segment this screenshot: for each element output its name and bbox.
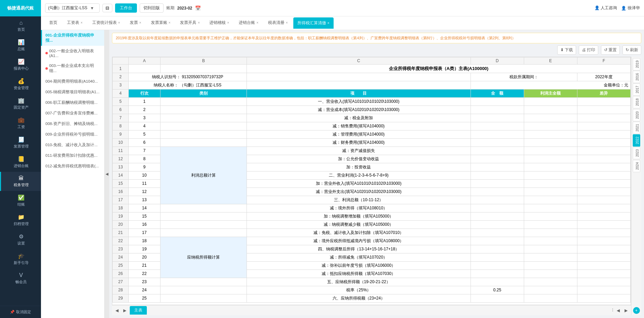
copy-icon: ⊟ <box>106 5 109 11</box>
year-2017[interactable]: 2017 <box>633 83 640 96</box>
sales-ledger-icon: 📒 <box>18 156 25 162</box>
year-2020[interactable]: 2020 <box>633 109 640 121</box>
left-panel-item-002[interactable]: 002-一般企业收入明细表(A1... <box>41 46 104 60</box>
left-panel-item-007[interactable]: 007-广告费和业务宣传费摊... <box>41 108 104 119</box>
print-button[interactable]: 🖨 打印 <box>579 45 598 55</box>
user-avatar-icon: 👤 <box>621 6 626 11</box>
refresh-button[interactable]: ↻ 刷新 <box>622 45 641 55</box>
tab-salary-stats[interactable]: 工资统计报表 × <box>88 17 124 29</box>
spreadsheet-wrapper: A B C D E F <box>112 57 631 305</box>
year-2021[interactable]: 2021 <box>633 122 640 134</box>
sidebar-item-ledger[interactable]: 📊 总账 <box>0 36 41 55</box>
workbench-button[interactable]: 工作台 <box>115 3 137 13</box>
year-sidebar: 2019 2016 2017 2018 2020 2021 2022 2023 … <box>631 57 641 316</box>
collapse-handle[interactable]: ◀ <box>104 30 109 318</box>
sidebar-item-guide[interactable]: 🎓 新手引导 <box>0 249 41 269</box>
col-c: C <box>247 57 471 64</box>
year-2024[interactable]: 2024 <box>633 160 640 172</box>
left-panel-item-010[interactable]: 010-免税、减计收入及加计... <box>41 140 104 150</box>
scroll-left[interactable]: ◀ <box>615 307 621 314</box>
ai-consult-button[interactable]: 👤 人工咨询 <box>594 5 617 11</box>
tab-tax-list[interactable]: 税表清册 × <box>264 17 292 29</box>
tab-sales-check-close[interactable]: × <box>227 21 229 25</box>
tab-salary-table[interactable]: 工资表 × <box>63 17 87 29</box>
tab-salary-stats-close[interactable]: × <box>118 21 120 25</box>
page-body: 001-企业所得税年度纳税申报... 002-一般企业收入明细表(A1... 0… <box>41 30 644 318</box>
sidebar-item-assets[interactable]: 🏢 固定资产 <box>0 94 41 113</box>
tab-sales-ledger[interactable]: 进销台账 × <box>235 17 263 29</box>
year-2018[interactable]: 2018 <box>633 96 640 108</box>
tab-invoice-calc[interactable]: 发票算账 × <box>147 17 175 29</box>
year-2019[interactable]: 2019 <box>633 58 640 70</box>
year-2016[interactable]: 2016 <box>633 71 640 83</box>
left-panel-item-003[interactable]: 003-一般企业成本支出明细... <box>41 60 104 76</box>
tab-sales-check[interactable]: 进销稽核 × <box>205 17 233 29</box>
table-row-title: 1 企业所得税年度纳税申报表（A类）主表(A100000) <box>113 64 631 73</box>
year-sidebar-action[interactable]: + <box>633 307 640 314</box>
row-num-4: 4 <box>113 89 129 97</box>
sheet-tab-main[interactable]: 主表 <box>130 306 147 315</box>
sheet-nav-next[interactable]: ▶ <box>122 307 128 314</box>
sidebar-item-funds[interactable]: 💰 资金管理 <box>0 74 41 94</box>
tab-tax-list-close[interactable]: × <box>286 21 288 25</box>
left-panel-item-012[interactable]: 012-减免所得税优惠明细表(... <box>41 161 104 171</box>
close-accounts-icon: ✅ <box>18 194 25 201</box>
year-2023[interactable]: 2023 <box>633 147 640 159</box>
left-panel-item-006[interactable]: 006-职工薪酬纳税调整明细... <box>41 97 104 108</box>
company-selector[interactable]: (勾删）江西服宝-LSS ▼ <box>45 3 100 13</box>
tab-invoice-issue-close[interactable]: × <box>198 21 200 25</box>
cutover-button[interactable]: 切到旧版 <box>140 3 164 13</box>
tax-icon: 🏛 <box>18 175 24 181</box>
table-row-company: 3 纳税人名称： （勾删）江西服宝-LSS 金额单位：元 <box>113 81 631 89</box>
download-button[interactable]: ⬇ 下载 <box>557 45 576 55</box>
copy-button[interactable]: ⊟ <box>102 4 112 12</box>
left-panel-item-001[interactable]: 001-企业所得税年度纳税申报... <box>41 30 104 46</box>
sidebar-item-sales-ledger[interactable]: 📒 进销台账 <box>0 152 41 172</box>
sidebar-item-home[interactable]: ⌂ 首页 <box>0 16 41 36</box>
tab-invoice-calc-close[interactable]: × <box>169 21 171 25</box>
sidebar-item-vip[interactable]: V 畅会员 <box>0 269 41 288</box>
warning-text: 2019年度涉及取以前年度延续数据的申报表单元格需要手工维护正确，才能保证本年及… <box>116 36 516 40</box>
table-row: 29 25 六、应纳所得税额（23×24） <box>113 294 631 302</box>
sidebar-item-tax[interactable]: 🏛 税务管理 <box>0 172 41 191</box>
sidebar-item-archive[interactable]: 📁 归档管理 <box>0 210 41 230</box>
tab-invoice[interactable]: 发票 × <box>126 17 145 29</box>
left-panel-item-009[interactable]: 009-企业所得税补亏损明细... <box>41 129 104 140</box>
sidebar-item-invoice[interactable]: 🧾 发票管理 <box>0 133 41 152</box>
unpin-button[interactable]: 📌 取消固定 <box>0 306 41 318</box>
sidebar-item-close-accounts[interactable]: ✅ 结账 <box>0 191 41 210</box>
period-value: 2023-02 <box>177 6 192 11</box>
tab-home[interactable]: 首页 <box>45 17 61 29</box>
col-f: F <box>577 57 630 64</box>
tab-income-tax-close[interactable]: × <box>327 21 330 25</box>
tab-invoice-issue[interactable]: 发票开具 × <box>176 17 204 29</box>
error-dot-003 <box>45 67 48 70</box>
tab-sales-ledger-close[interactable]: × <box>256 21 258 25</box>
col-a: A <box>128 57 160 64</box>
scroll-right[interactable]: ▶ <box>623 307 629 314</box>
calendar-icon[interactable]: 📅 <box>195 5 201 11</box>
left-panel-item-004[interactable]: 004-期间费用明细表(A1040... <box>41 76 104 87</box>
sidebar-item-salary[interactable]: 💼 工资 <box>0 113 41 133</box>
table-row: 7 3 减：税金及附加 <box>113 114 631 122</box>
category-profit-calc: 利润总额计算 <box>160 147 247 204</box>
guide-icon: 🎓 <box>18 253 25 259</box>
tab-invoice-close[interactable]: × <box>139 21 141 25</box>
table-row: 21 17 减：免税、减计收入及加计扣除（填写A107010） <box>113 229 631 237</box>
table-row: 28 24 税率（25%） 0.25 <box>113 286 631 294</box>
username: 徐泽华 <box>628 5 640 11</box>
reset-button[interactable]: ↺ 重置 <box>601 45 620 55</box>
print-icon: 🖨 <box>582 47 586 52</box>
sidebar-item-settings[interactable]: ⚙ 设置 <box>0 230 41 249</box>
tab-salary-table-close[interactable]: × <box>81 21 83 25</box>
sheet-nav-prev[interactable]: ◀ <box>114 307 120 314</box>
left-panel-item-011[interactable]: 011-研发费用加计扣除优惠... <box>41 150 104 161</box>
left-panel-item-005[interactable]: 005-纳税调整项目明细表(A1... <box>41 87 104 97</box>
header-col-diff: 差异 <box>577 89 630 97</box>
warning-bar: 2019年度涉及取以前年度延续数据的申报表单元格需要手工维护正确，才能保证本年及… <box>112 33 641 43</box>
tab-income-tax[interactable]: 所得税汇算清缴 × <box>293 17 334 29</box>
left-panel-item-008[interactable]: 008-资产折旧、摊销及纳税... <box>41 119 104 129</box>
year-2022[interactable]: 2022 <box>633 134 640 147</box>
table-row: 27 23 五、应纳税所得额（19-20-21-22） <box>113 278 631 286</box>
sidebar-item-reports[interactable]: 📈 报表中心 <box>0 55 41 74</box>
